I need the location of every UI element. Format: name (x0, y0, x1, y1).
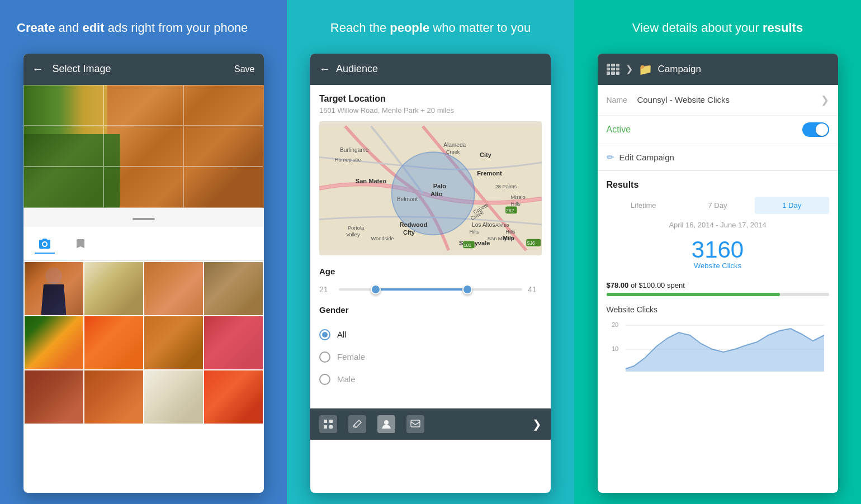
svg-text:Alameda: Alameda (443, 142, 466, 148)
gender-label: Gender (319, 305, 542, 315)
nav-message-icon[interactable] (406, 415, 424, 433)
big-number-label: Website Clicks (607, 261, 829, 270)
gender-female-label: Female (337, 352, 365, 362)
svg-text:Burlingame: Burlingame (340, 147, 369, 153)
svg-text:Hills: Hills (469, 229, 479, 235)
gender-section: Gender All Female Male (319, 305, 542, 391)
nav-grid-icon[interactable] (319, 415, 337, 433)
svg-text:Portola: Portola (348, 225, 365, 231)
nav-chevron[interactable]: ❯ (532, 417, 542, 431)
svg-text:Alviso: Alviso (495, 222, 509, 228)
nav-edit-icon[interactable] (348, 415, 366, 433)
image-grid (23, 261, 264, 425)
phone-header-1: ← Select Image Save (23, 54, 264, 85)
campaign-name-row[interactable]: Name Counsyl - Website Clicks ❯ (598, 85, 838, 116)
svg-text:City: City (403, 229, 415, 236)
website-clicks-label: Website Clicks (607, 305, 829, 314)
active-toggle[interactable] (802, 122, 829, 137)
camera-tab[interactable] (35, 234, 55, 254)
campaign-title: Campaign (658, 64, 702, 75)
nav-person-icon[interactable] (377, 415, 395, 433)
panel-3-headline: View details about your results (591, 20, 844, 37)
svg-text:Milp: Milp (503, 235, 514, 241)
tab-7day[interactable]: 7 Day (680, 197, 755, 214)
age-slider[interactable] (339, 288, 522, 291)
image-thumb[interactable] (84, 370, 143, 424)
campaign-name-value: Counsyl - Website Clicks (637, 95, 821, 104)
image-thumb[interactable] (204, 262, 263, 315)
gender-male-radio[interactable] (319, 374, 330, 385)
budget-progress-bar (607, 293, 829, 296)
panel-results: View details about your results ❯ 📁 Camp… (574, 0, 861, 504)
svg-text:San Mateo: San Mateo (356, 178, 387, 184)
image-thumb[interactable] (25, 316, 83, 369)
name-label: Name (607, 96, 637, 104)
svg-text:City: City (480, 151, 492, 158)
date-range: April 16, 2014 - June 17, 2014 (607, 221, 829, 229)
age-max: 41 (528, 285, 542, 294)
gender-all-option[interactable]: All (319, 324, 542, 346)
big-number: 3160 (607, 238, 829, 261)
campaign-content: Name Counsyl - Website Clicks ❯ Active ✏… (598, 85, 838, 383)
edit-campaign-row[interactable]: ✏ Edit Campaign (598, 144, 838, 171)
crop-grid (23, 85, 264, 208)
svg-text:Belmont: Belmont (397, 196, 418, 202)
image-thumb[interactable] (204, 316, 263, 369)
phone-mockup-1: ← Select Image Save (23, 54, 264, 493)
svg-text:20: 20 (612, 321, 618, 328)
audience-content: Target Location 1601 Willow Road, Menlo … (310, 85, 551, 408)
active-row: Active (598, 116, 838, 144)
edit-campaign-icon: ✏ (607, 152, 614, 163)
budget-total-value: $100.00 spent (638, 281, 684, 289)
svg-text:Hills: Hills (510, 201, 521, 206)
age-section: Age 21 41 (319, 267, 542, 294)
budget-spent: $78.00 (607, 281, 629, 289)
age-range-row: 21 41 (319, 285, 542, 294)
tab-1day[interactable]: 1 Day (755, 197, 829, 214)
target-location-value: 1601 Willow Road, Menlo Park + 20 miles (319, 106, 542, 115)
folder-icon: 📁 (638, 63, 652, 76)
panel-audience: Reach the people who matter to you ← Aud… (287, 0, 574, 504)
breadcrumb-chevron: ❯ (626, 64, 633, 74)
gender-female-radio[interactable] (319, 351, 330, 363)
image-thumb[interactable] (25, 370, 83, 424)
gender-all-radio[interactable] (319, 329, 330, 340)
svg-text:262: 262 (506, 207, 514, 213)
image-thumb[interactable] (25, 262, 83, 315)
toggle-knob (816, 123, 828, 136)
svg-rect-36 (324, 420, 327, 423)
image-thumb[interactable] (84, 262, 143, 315)
drag-handle[interactable] (23, 208, 264, 227)
gender-male-option[interactable]: Male (319, 368, 542, 391)
gender-female-option[interactable]: Female (319, 346, 542, 368)
map-svg: Burlingame Homeplace San Mateo Belmont R… (319, 121, 542, 255)
bookmark-tab[interactable] (72, 234, 92, 254)
panel-1-headline: Create and edit ads right from your phon… (17, 20, 270, 37)
edit-campaign-label: Edit Campaign (619, 153, 674, 162)
svg-text:10: 10 (612, 345, 618, 352)
phone-mockup-2: ← Audience Target Location 1601 Willow R… (310, 54, 551, 493)
svg-text:28 Palms: 28 Palms (495, 184, 517, 189)
chart-area: 20 10 (607, 318, 829, 374)
map-area[interactable]: Burlingame Homeplace San Mateo Belmont R… (319, 121, 542, 255)
tab-lifetime[interactable]: Lifetime (607, 197, 681, 214)
back-button[interactable]: ← (32, 63, 44, 75)
target-location-label: Target Location (319, 94, 542, 104)
image-thumb[interactable] (84, 316, 143, 369)
bottom-nav: ❯ (310, 408, 551, 440)
image-thumb[interactable] (144, 262, 203, 315)
back-button-2[interactable]: ← (319, 63, 330, 75)
image-thumb[interactable] (204, 370, 263, 424)
svg-text:Los Altos: Los Altos (472, 222, 495, 228)
image-thumb[interactable] (144, 370, 203, 424)
budget-row: $78.00 of $100.00 spent (607, 281, 829, 289)
age-min: 21 (319, 285, 333, 294)
svg-rect-37 (329, 420, 333, 423)
image-thumb[interactable] (144, 316, 203, 369)
panel-2-headline: Reach the people who matter to you (304, 20, 557, 37)
phone-header-2: ← Audience (310, 54, 551, 85)
svg-text:SJ6: SJ6 (527, 240, 535, 246)
svg-rect-38 (324, 425, 327, 429)
save-button[interactable]: Save (234, 64, 254, 74)
list-icon[interactable] (607, 64, 620, 75)
